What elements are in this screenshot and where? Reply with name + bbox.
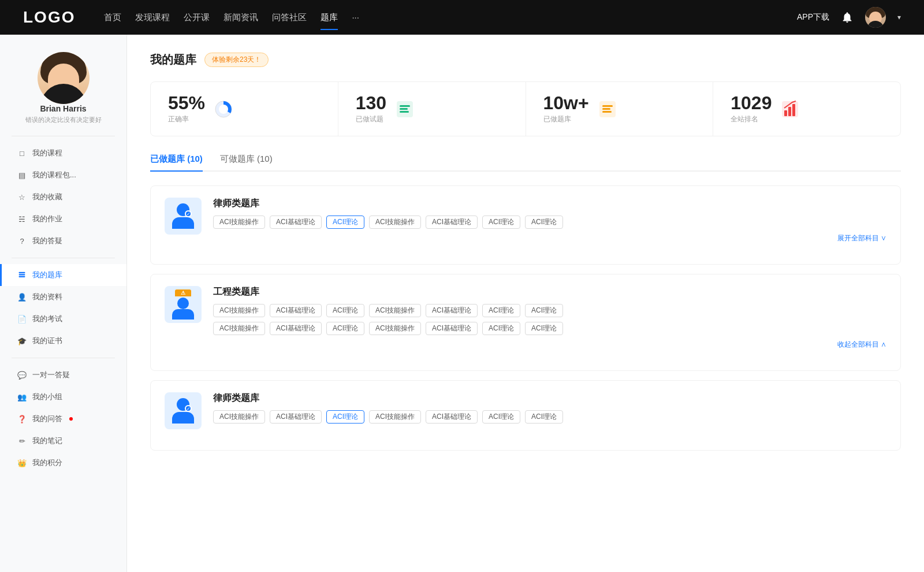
tag-item[interactable]: ACI技能操作: [213, 304, 265, 317]
exam-icon: 📄: [17, 314, 27, 324]
stat-rank: 1029 全站排名: [713, 82, 900, 136]
sidebar-item-my-notes[interactable]: ✏ 我的笔记: [0, 430, 126, 452]
tag-item[interactable]: ACI基础理论: [426, 304, 478, 317]
tag-item-active[interactable]: ACI理论: [326, 410, 364, 424]
nav-menu: 首页 发现课程 公开课 新闻资讯 问答社区 题库 ···: [104, 10, 780, 25]
qbank-tags-3: ACI技能操作 ACI基础理论 ACI理论 ACI技能操作 ACI基础理论 AC…: [213, 410, 886, 424]
sidebar-divider-1: [12, 136, 115, 136]
sidebar-item-my-qbank[interactable]: 我的题库: [0, 264, 126, 286]
page-title: 我的题库: [150, 52, 196, 68]
tag-item[interactable]: ACI技能操作: [213, 322, 265, 335]
svg-rect-16: [792, 104, 795, 116]
tag-item[interactable]: ACI理论: [525, 410, 563, 424]
tag-item[interactable]: ACI技能操作: [369, 322, 421, 335]
qbank-title-2: 工程类题库: [213, 286, 886, 298]
chevron-down-icon[interactable]: ▾: [897, 13, 901, 21]
svg-rect-10: [602, 105, 613, 107]
page-header: 我的题库 体验剩余23天！: [150, 52, 901, 68]
nav-more[interactable]: ···: [352, 10, 359, 25]
main-content: 我的题库 体验剩余23天！ 55% 正确率: [127, 35, 924, 572]
sidebar-item-my-qa[interactable]: ❓ 我的问答: [0, 408, 126, 430]
tag-item[interactable]: ACI理论: [525, 216, 563, 229]
stat-banks-done-label: 已做题库: [543, 114, 589, 124]
oneone-icon: 💬: [17, 370, 27, 380]
tag-item[interactable]: ACI基础理论: [270, 322, 322, 335]
expand-link-1[interactable]: 展开全部科目 ∨: [213, 233, 886, 243]
note-icon: ✏: [17, 436, 27, 445]
engineer-icon-container: ⚠: [165, 286, 202, 323]
profile-icon: 👤: [17, 292, 27, 302]
nav-home[interactable]: 首页: [104, 10, 121, 25]
sidebar-item-favorites[interactable]: ☆ 我的收藏: [0, 186, 126, 208]
group-icon: 👥: [17, 392, 27, 402]
sidebar-item-homework[interactable]: ☵ 我的作业: [0, 208, 126, 230]
navbar: LOGO 首页 发现课程 公开课 新闻资讯 问答社区 题库 ··· APP下载 …: [0, 0, 924, 35]
svg-rect-15: [788, 107, 791, 116]
tag-item[interactable]: ACI基础理论: [270, 304, 322, 317]
qbank-tags-2: ACI技能操作 ACI基础理论 ACI理论 ACI技能操作 ACI基础理论 AC…: [213, 304, 886, 317]
tag-item[interactable]: ACI基础理论: [426, 216, 478, 229]
tag-item[interactable]: ACI基础理论: [426, 322, 478, 335]
sidebar-item-one-on-one[interactable]: 💬 一对一答疑: [0, 364, 126, 386]
stat-accuracy: 55% 正确率: [151, 82, 338, 136]
stats-row: 55% 正确率 130 已做试题: [150, 81, 901, 136]
qbank-tags-2-row2: ACI技能操作 ACI基础理论 ACI理论 ACI技能操作 ACI基础理论 AC…: [213, 322, 886, 335]
stat-accuracy-value: 55%: [168, 94, 205, 112]
sidebar-item-my-course[interactable]: □ 我的课程: [0, 142, 126, 164]
course-icon: □: [17, 148, 27, 158]
sidebar-menu: □ 我的课程 ▤ 我的课程包... ☆ 我的收藏 ☵ 我的作业 ? 我的答疑: [0, 142, 126, 474]
sidebar-item-my-questions[interactable]: ? 我的答疑: [0, 230, 126, 252]
sidebar-item-my-exam[interactable]: 📄 我的考试: [0, 308, 126, 330]
tag-item[interactable]: ACI技能操作: [213, 410, 265, 424]
tag-item[interactable]: ACI理论: [482, 322, 520, 335]
tag-item[interactable]: ACI理论: [326, 304, 364, 317]
qbank-card-lawyer-1: ✓ 律师类题库 ACI技能操作 ACI基础理论 ACI理论 ACI技能操作 AC…: [150, 185, 901, 265]
tag-item[interactable]: ACI理论: [525, 322, 563, 335]
collapse-link-2[interactable]: 收起全部科目 ∧: [213, 340, 886, 350]
stat-banks-done-value: 10w+: [543, 94, 589, 112]
logo[interactable]: LOGO: [23, 8, 75, 27]
tag-item[interactable]: ACI技能操作: [213, 216, 265, 229]
nav-qbank[interactable]: 题库: [321, 10, 338, 25]
tag-item[interactable]: ACI理论: [482, 410, 520, 424]
tag-item-active[interactable]: ACI理论: [326, 216, 364, 229]
tag-item[interactable]: ACI理论: [482, 304, 520, 317]
sidebar-item-course-package[interactable]: ▤ 我的课程包...: [0, 164, 126, 186]
question-icon: ?: [17, 236, 27, 246]
nav-news[interactable]: 新闻资讯: [223, 10, 258, 25]
sidebar-profile: Brian Harris 错误的决定比没有决定要好: [0, 52, 126, 124]
tag-item[interactable]: ACI基础理论: [426, 410, 478, 424]
tag-item[interactable]: ACI理论: [326, 322, 364, 335]
page-layout: Brian Harris 错误的决定比没有决定要好 □ 我的课程 ▤ 我的课程包…: [0, 35, 924, 572]
svg-rect-2: [19, 276, 25, 277]
lawyer-icon: ✓: [165, 198, 202, 235]
tag-item[interactable]: ACI技能操作: [369, 216, 421, 229]
app-download-button[interactable]: APP下载: [797, 12, 829, 23]
stat-rank-value: 1029: [731, 94, 772, 112]
points-icon: 👑: [17, 458, 27, 467]
sidebar-divider-3: [12, 358, 115, 358]
tabs-row: 已做题库 (10) 可做题库 (10): [150, 154, 901, 172]
tag-item[interactable]: ACI技能操作: [369, 304, 421, 317]
list-orange-icon: [597, 99, 618, 120]
tag-item[interactable]: ACI基础理论: [270, 410, 322, 424]
sidebar-item-my-points[interactable]: 👑 我的积分: [0, 452, 126, 474]
avatar-nav[interactable]: [865, 7, 886, 28]
pie-chart-icon: [213, 99, 234, 120]
tag-item[interactable]: ACI技能操作: [369, 410, 421, 424]
notification-bell-icon[interactable]: [841, 11, 854, 24]
nav-open-course[interactable]: 公开课: [184, 10, 210, 25]
tag-item[interactable]: ACI理论: [482, 216, 520, 229]
tag-item[interactable]: ACI理论: [525, 304, 563, 317]
cert-icon: 🎓: [17, 336, 27, 346]
tag-item[interactable]: ACI基础理论: [270, 216, 322, 229]
sidebar-item-my-profile[interactable]: 👤 我的资料: [0, 286, 126, 308]
tab-available-banks[interactable]: 可做题库 (10): [220, 154, 273, 170]
tab-done-banks[interactable]: 已做题库 (10): [150, 154, 203, 170]
nav-discover[interactable]: 发现课程: [135, 10, 170, 25]
qbank-title-3: 律师类题库: [213, 392, 886, 404]
sidebar-item-certificate[interactable]: 🎓 我的证书: [0, 330, 126, 352]
nav-qa[interactable]: 问答社区: [272, 10, 307, 25]
sidebar-item-my-group[interactable]: 👥 我的小组: [0, 386, 126, 408]
homework-icon: ☵: [17, 214, 27, 224]
